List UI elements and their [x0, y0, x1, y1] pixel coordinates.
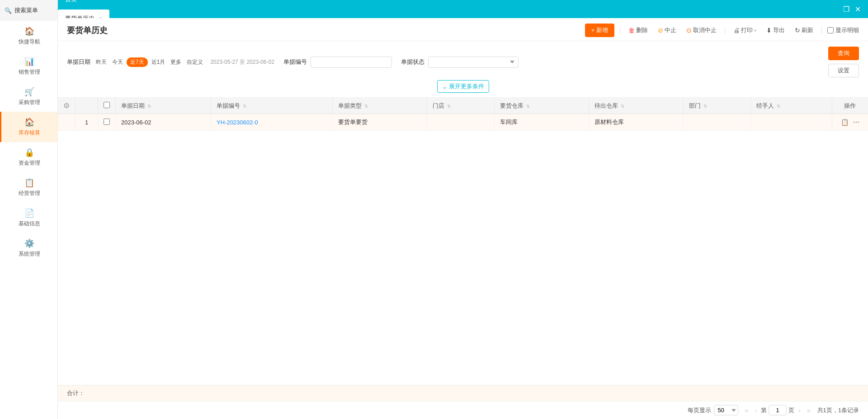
row-cb-0[interactable] [104, 119, 110, 125]
row-doc-type-0: 要货单要货 [333, 114, 427, 131]
row-settings-0 [58, 114, 75, 131]
data-table: ⚙ 单据日期 ⇅ 单据编号 ⇅ [58, 98, 868, 131]
col-store-sort-icon[interactable]: ⇅ [447, 104, 451, 109]
col-store-label: 门店 [433, 102, 444, 109]
page-suffix: 页 [788, 406, 794, 414]
stop-button[interactable]: ⊘ 中止 [655, 24, 679, 36]
sidebar-item-quick-nav[interactable]: 🏠 快捷导航 [0, 21, 57, 51]
sidebar-item-system[interactable]: ⚙️ 系统管理 [0, 233, 57, 263]
col-handler-sort-icon[interactable]: ⇅ [777, 104, 780, 109]
date-filter-label: 单据日期 [67, 58, 90, 66]
display-detail-label: 显示明细 [835, 26, 859, 34]
per-page-group: 每页显示 2050100200 [688, 405, 738, 415]
sidebar-item-inventory[interactable]: 🏠 库存核算 [0, 112, 57, 142]
sidebar-item-operations[interactable]: 📋 经营管理 [0, 172, 57, 203]
print-icon: 🖨 [733, 27, 740, 34]
row-more-btn-0[interactable]: ⋯ [852, 118, 860, 127]
toolbar: + 新增 🗑 删除 ⊘ 中止 ⊙ 取消中止 🖨 打印 [585, 24, 859, 37]
page-number-input[interactable] [769, 405, 787, 415]
row-req-warehouse-0: 车间库 [495, 114, 589, 131]
total-info: 共1页，1条记录 [817, 406, 859, 414]
topbar: 首页要货单历史× ❐ ✕ [58, 0, 868, 18]
page-content: 要货单历史 + 新增 🗑 删除 ⊘ 中止 ⊙ 取消中止 🖨 [58, 18, 868, 419]
sidebar-label-sales: 销售管理 [19, 68, 40, 76]
sidebar-label-inventory: 库存核算 [19, 129, 40, 137]
col-req-warehouse-sort-icon[interactable]: ⇅ [526, 104, 530, 109]
sidebar-item-sales[interactable]: 📊 销售管理 [0, 51, 57, 81]
export-icon: ⬇ [766, 27, 772, 34]
display-detail-toggle[interactable]: 显示明细 [827, 26, 859, 34]
row-doc-no-0: YH-20230602-0 [211, 114, 333, 131]
doc-status-label: 单据状态 [401, 58, 425, 66]
sidebar-icon-sales: 📊 [24, 57, 34, 67]
table-settings-icon[interactable]: ⚙ [63, 102, 70, 110]
doc-status-filter-group: 单据状态 [401, 57, 519, 68]
delete-button[interactable]: 🗑 删除 [626, 24, 651, 36]
col-doc-type-label: 单据类型 [338, 102, 362, 109]
sidebar-label-finance: 资金管理 [19, 159, 40, 167]
col-pending-warehouse-sort-icon[interactable]: ⇅ [621, 104, 624, 109]
col-department-sort-icon[interactable]: ⇅ [703, 104, 707, 109]
doc-no-input[interactable] [311, 57, 392, 68]
sidebar: 🔍 搜索菜单 🏠 快捷导航 📊 销售管理 🛒 采购管理 🏠 库存核算 🔒 资金管… [0, 0, 58, 419]
display-detail-checkbox[interactable] [827, 27, 834, 33]
sidebar-icon-quick-nav: 🏠 [24, 26, 34, 36]
stop-icon: ⊘ [658, 27, 663, 34]
restore-icon[interactable]: ❐ [843, 5, 849, 14]
refresh-button[interactable]: ↻ 刷新 [792, 24, 816, 36]
sidebar-icon-basic: 📄 [24, 208, 34, 218]
date-shortcut-1[interactable]: 今天 [110, 57, 125, 67]
date-filter-group: 单据日期 昨天今天近7天近1月更多自定义 2023-05-27 至 2023-0… [67, 57, 274, 67]
date-shortcut-5[interactable]: 自定义 [185, 57, 205, 67]
table-area: ⚙ 单据日期 ⇅ 单据编号 ⇅ [58, 98, 868, 385]
page-header: 要货单历史 + 新增 🗑 删除 ⊘ 中止 ⊙ 取消中止 🖨 [58, 18, 868, 41]
col-checkbox [98, 98, 116, 114]
col-handler: 经手人 ⇅ [751, 98, 832, 114]
cancel-stop-button[interactable]: ⊙ 取消中止 [684, 24, 719, 36]
col-doc-no-sort-icon[interactable]: ⇅ [243, 104, 246, 109]
date-shortcut-3[interactable]: 近1月 [150, 57, 167, 67]
sidebar-icon-finance: 🔒 [24, 148, 34, 157]
col-operations-label: 操作 [844, 102, 856, 109]
date-shortcut-4[interactable]: 更多 [169, 57, 183, 67]
col-req-warehouse-label: 要货仓库 [500, 102, 524, 109]
select-all-checkbox[interactable] [104, 102, 110, 108]
first-page-button[interactable]: « [743, 405, 751, 415]
close-icon[interactable]: ✕ [855, 5, 861, 14]
query-button[interactable]: 查询 [828, 47, 859, 60]
row-doc-no-link-0[interactable]: YH-20230602-0 [217, 119, 258, 126]
sidebar-item-basic[interactable]: 📄 基础信息 [0, 203, 57, 233]
date-shortcut-0[interactable]: 昨天 [94, 57, 108, 67]
expand-chevron-icon: ⌄ [442, 83, 447, 90]
delete-icon: 🗑 [628, 27, 635, 34]
per-page-select[interactable]: 2050100200 [714, 405, 738, 415]
last-page-button[interactable]: » [805, 405, 813, 415]
print-button[interactable]: 🖨 打印 ▾ [731, 24, 759, 36]
sidebar-search[interactable]: 🔍 搜索菜单 [0, 0, 57, 21]
doc-no-filter-group: 单据编号 [283, 57, 392, 68]
next-page-button[interactable]: › [796, 405, 803, 415]
col-doc-type-sort-icon[interactable]: ⇅ [364, 104, 368, 109]
prev-page-button[interactable]: ‹ [752, 405, 759, 415]
page-nav: « ‹ 第 页 › » [743, 405, 813, 415]
doc-no-label: 单据编号 [283, 58, 307, 66]
settings-button[interactable]: 设置 [828, 64, 859, 77]
date-shortcut-2[interactable]: 近7天 [127, 57, 148, 67]
row-handler-0 [751, 114, 832, 131]
table-header-row: ⚙ 单据日期 ⇅ 单据编号 ⇅ [58, 98, 868, 114]
export-button[interactable]: ⬇ 导出 [764, 24, 788, 36]
col-settings: ⚙ [58, 98, 75, 114]
sidebar-label-system: 系统管理 [19, 250, 40, 258]
new-button[interactable]: + 新增 [585, 24, 614, 37]
sidebar-item-purchase[interactable]: 🛒 采购管理 [0, 81, 57, 112]
row-department-0 [684, 114, 751, 131]
col-department: 部门 ⇅ [684, 98, 751, 114]
print-label: 打印 [741, 26, 753, 34]
col-doc-date-sort-icon[interactable]: ⇅ [147, 104, 151, 109]
sidebar-icon-purchase: 🛒 [24, 87, 34, 97]
row-view-btn-0[interactable]: 📋 [840, 118, 849, 127]
sidebar-item-finance[interactable]: 🔒 资金管理 [0, 142, 57, 172]
expand-more-button[interactable]: ⌄ 展开更多条件 [437, 80, 489, 93]
tab-home[interactable]: 首页 [58, 0, 109, 9]
doc-status-select[interactable] [428, 57, 519, 68]
